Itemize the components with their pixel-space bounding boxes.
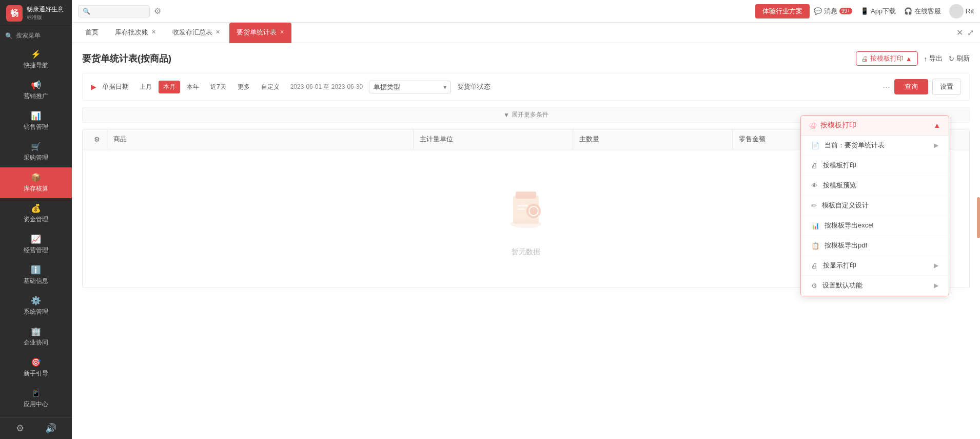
dropdown-item-export-excel[interactable]: 📊 按模板导出excel (801, 216, 949, 236)
industry-btn[interactable]: 体验行业方案 (755, 4, 810, 18)
expand-more-btn[interactable]: ▼ 展开更多条件 (503, 110, 548, 119)
filter-expand-btn[interactable]: ▶ (91, 83, 96, 91)
order-status-label: 要货单状态 (457, 82, 491, 91)
printer-icon: 🖨 (861, 55, 868, 63)
page-header: 要货单统计表(按商品) 🖨 按模板打印 ▲ ↑ 导出 ↻ 刷新 (82, 51, 970, 66)
tab-maximize-icon[interactable]: ⤢ (967, 28, 974, 37)
scroll-indicator[interactable] (977, 197, 980, 238)
purchase-icon: 🛒 (31, 142, 41, 151)
shortcut-icon: ⚡ (31, 49, 41, 59)
sidebar-search[interactable]: 🔍 搜索菜单 (0, 27, 72, 44)
audio-footer-icon[interactable]: 🔊 (45, 423, 56, 434)
date-btn-current-month[interactable]: 本月 (159, 81, 180, 93)
online-service-btn[interactable]: 🎧 在线客服 (904, 7, 941, 16)
sidebar-item-sales[interactable]: 📊 销售管理 (0, 106, 72, 137)
order-type-select[interactable]: 单据类型 (369, 81, 451, 93)
dropdown-item-template-print[interactable]: 🖨 按模板打印 (801, 156, 949, 176)
dropdown-display-icon: 🖨 (811, 262, 818, 270)
message-icon: 💬 (814, 7, 822, 15)
template-print-btn[interactable]: 🖨 按模板打印 ▲ (856, 51, 918, 66)
user-avatar[interactable]: Rit (949, 4, 974, 18)
topbar-search-icon: 🔍 (83, 8, 90, 15)
date-range-text: 2023-06-01 至 2023-06-30 (290, 83, 363, 91)
refresh-btn[interactable]: ↻ 刷新 (949, 54, 970, 63)
more-options-icon[interactable]: ··· (883, 82, 890, 92)
date-btn-custom[interactable]: 自定义 (257, 81, 284, 93)
tab-close-order-stats[interactable]: ✕ (280, 29, 284, 35)
dropdown-header-left: 🖨 按模板打印 (809, 121, 856, 130)
dropdown-display-arrow-icon: ▶ (934, 262, 938, 269)
dropdown-preview-icon: 👁 (811, 182, 818, 189)
dropdown-design-icon: ✏ (811, 202, 817, 209)
sidebar-item-system[interactable]: ⚙️ 系统管理 (0, 291, 72, 321)
main-area: 🔍 ⚙ 体验行业方案 💬 消息 99+ 📱 App下载 🎧 在线客服 Rit (72, 0, 980, 439)
export-btn[interactable]: ↑ 导出 (924, 54, 943, 63)
tab-close-window-icon[interactable]: ✕ (956, 28, 963, 37)
dropdown-doc-icon: 📄 (811, 142, 819, 149)
avatar-img (949, 4, 964, 18)
expand-more-icon: ▼ (503, 111, 509, 119)
sidebar-item-operation[interactable]: 📈 经营管理 (0, 229, 72, 260)
query-btn[interactable]: 查询 (894, 79, 928, 94)
sidebar-item-appstore[interactable]: 📱 应用中心 (0, 383, 72, 414)
dropdown-item-export-pdf[interactable]: 📋 按模板导出pdf (801, 236, 949, 256)
logo-icon: 畅 (6, 5, 23, 22)
sidebar-item-inventory[interactable]: 📦 库存核算 (0, 167, 72, 198)
topbar-search[interactable]: 🔍 (78, 5, 150, 17)
sidebar-item-finance[interactable]: 💰 资金管理 (0, 198, 72, 229)
empty-text: 暂无数据 (512, 247, 540, 257)
newbie-icon: 🎯 (31, 357, 41, 367)
search-icon: 🔍 (5, 32, 13, 40)
tabs-right: ✕ ⤢ (956, 28, 974, 37)
sidebar-item-basic[interactable]: ℹ️ 基础信息 (0, 260, 72, 291)
date-btn-current-year[interactable]: 本年 (182, 81, 204, 93)
tab-order-stats[interactable]: 要货单统计表 ✕ (229, 23, 291, 43)
expand-icon: ▶ (91, 83, 96, 91)
dropdown-item-default-func[interactable]: ⚙ 设置默认功能 ▶ (801, 276, 949, 296)
sidebar-item-marketing[interactable]: 📢 营销推广 (0, 75, 72, 106)
app-download-btn[interactable]: 📱 App下载 (860, 7, 896, 16)
page-header-actions: 🖨 按模板打印 ▲ ↑ 导出 ↻ 刷新 (856, 51, 970, 66)
basic-icon: ℹ️ (31, 265, 41, 275)
table-col-product: 商品 (107, 129, 414, 149)
settings-btn[interactable]: 设置 (932, 79, 961, 95)
message-btn[interactable]: 💬 消息 99+ (814, 7, 852, 16)
dropdown-excel-icon: 📊 (811, 222, 819, 230)
dropdown-item-display-print[interactable]: 🖨 按显示打印 ▶ (801, 256, 949, 276)
phone-icon: 📱 (860, 7, 869, 15)
order-type-select-wrap: 单据类型 (369, 81, 451, 93)
tab-close-collection-summary[interactable]: ✕ (215, 29, 220, 35)
sidebar-logo: 畅 畅康通好生意 标准版 (0, 0, 72, 27)
settings-footer-icon[interactable]: ⚙ (16, 423, 24, 434)
tab-close-inventory-batch[interactable]: ✕ (151, 29, 156, 35)
dropdown-chevron-up-icon[interactable]: ▲ (933, 121, 940, 129)
content-area: 要货单统计表(按商品) 🖨 按模板打印 ▲ ↑ 导出 ↻ 刷新 (72, 43, 980, 439)
export-icon: ↑ (924, 55, 928, 63)
date-btn-more[interactable]: 更多 (233, 81, 254, 93)
tab-collection-summary[interactable]: 收发存汇总表 ✕ (165, 23, 227, 43)
filter-bar: ▶ 单据日期 上月 本月 本年 近7天 更多 自定义 2023-06-01 至 … (82, 73, 970, 101)
table-col-settings[interactable]: ⚙ (87, 130, 107, 148)
dropdown-item-template-design[interactable]: ✏ 模板自定义设计 (801, 196, 949, 216)
marketing-icon: 📢 (31, 80, 41, 90)
date-btn-last-month[interactable]: 上月 (135, 81, 156, 93)
dropdown-header-right: ▲ (933, 121, 940, 129)
date-btn-last7[interactable]: 近7天 (206, 81, 231, 93)
topbar: 🔍 ⚙ 体验行业方案 💬 消息 99+ 📱 App下载 🎧 在线客服 Rit (72, 0, 980, 23)
query-btn-area: ··· 查询 设置 (883, 79, 961, 95)
sales-icon: 📊 (31, 111, 41, 121)
tab-home[interactable]: 首页 (78, 23, 106, 43)
dropdown-item-current[interactable]: 📄 当前：要货单统计表 ▶ (801, 136, 949, 156)
sidebar-item-purchase[interactable]: 🛒 采购管理 (0, 137, 72, 167)
svg-rect-7 (518, 208, 525, 210)
tab-inventory-batch[interactable]: 库存批次账 ✕ (108, 23, 163, 43)
topbar-gear-icon[interactable]: ⚙ (154, 6, 161, 16)
template-print-dropdown: 🖨 按模板打印 ▲ 📄 当前：要货单统计表 ▶ 🖨 按模板打印 👁 (800, 115, 949, 296)
page-title: 要货单统计表(按商品) (82, 52, 171, 65)
dropdown-item-template-preview[interactable]: 👁 按模板预览 (801, 176, 949, 196)
dropdown-default-arrow-icon: ▶ (934, 282, 938, 289)
sidebar-item-shortcut[interactable]: ⚡ 快捷导航 (0, 44, 72, 75)
sidebar-item-enterprise[interactable]: 🏢 企业协同 (0, 321, 72, 352)
sidebar: 畅 畅康通好生意 标准版 🔍 搜索菜单 ⚡ 快捷导航 📢 营销推广 📊 销售管理… (0, 0, 72, 439)
sidebar-item-newbie[interactable]: 🎯 新手引导 (0, 352, 72, 383)
